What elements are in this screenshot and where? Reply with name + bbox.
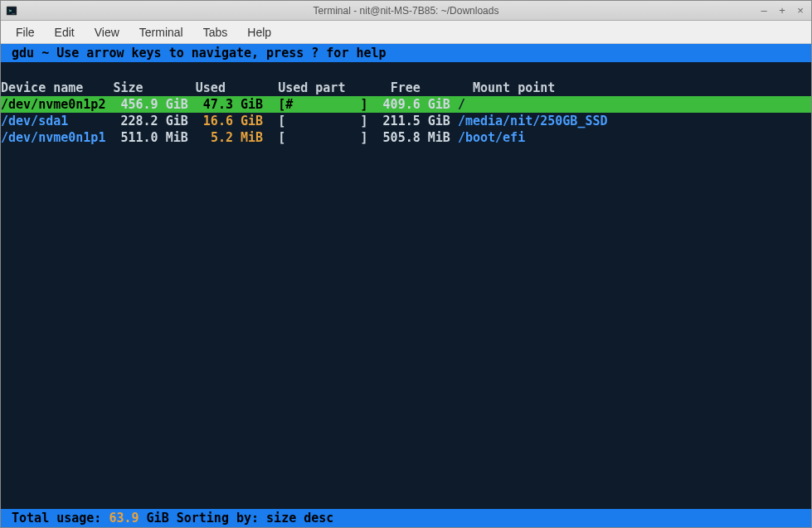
app-window: >_ Terminal - nit@nit-MS-7B85: ~/Downloa… <box>0 0 812 528</box>
menu-view[interactable]: View <box>86 22 128 42</box>
minimize-button[interactable]: – <box>758 4 770 17</box>
menu-edit[interactable]: Edit <box>46 22 83 42</box>
terminal-viewport[interactable]: gdu ~ Use arrow keys to navigate, press … <box>1 44 811 527</box>
menu-tabs[interactable]: Tabs <box>195 22 236 42</box>
column-headers: Device name Size Used Used part Free Mou… <box>1 80 811 96</box>
menu-terminal[interactable]: Terminal <box>131 22 192 42</box>
close-button[interactable]: × <box>795 4 806 17</box>
menubar: File Edit View Terminal Tabs Help <box>1 21 811 44</box>
app-icon: >_ <box>6 5 17 17</box>
menu-file[interactable]: File <box>7 22 43 42</box>
device-row[interactable]: /dev/nvme0n1p2 456.9 GiB 47.3 GiB [# ] 4… <box>1 96 811 113</box>
svg-text:>_: >_ <box>9 7 16 13</box>
device-row[interactable]: /dev/nvme0n1p1 511.0 MiB 5.2 MiB [ ] 505… <box>1 129 811 146</box>
window-title: Terminal - nit@nit-MS-7B85: ~/Downloads <box>314 5 499 17</box>
maximize-button[interactable]: + <box>776 4 788 17</box>
gdu-content: Device name Size Used Used part Free Mou… <box>1 62 811 509</box>
menu-help[interactable]: Help <box>239 22 280 42</box>
device-row[interactable]: /dev/sda1 228.2 GiB 16.6 GiB [ ] 211.5 G… <box>1 113 811 129</box>
gdu-footer: Total usage: 63.9 GiB Sorting by: size d… <box>1 509 811 527</box>
gdu-header: gdu ~ Use arrow keys to navigate, press … <box>1 44 811 62</box>
titlebar[interactable]: >_ Terminal - nit@nit-MS-7B85: ~/Downloa… <box>1 1 811 21</box>
